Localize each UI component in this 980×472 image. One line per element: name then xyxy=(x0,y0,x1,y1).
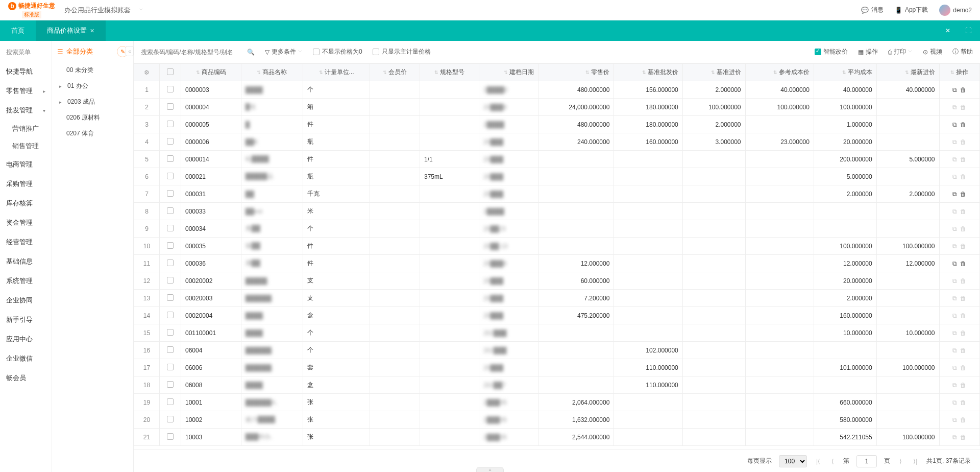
row-delete-icon[interactable]: 🗑 xyxy=(960,225,966,232)
row-copy-icon[interactable]: ⧉ xyxy=(952,156,957,163)
row-checkbox[interactable] xyxy=(167,294,174,301)
row-checkbox[interactable] xyxy=(167,416,174,422)
smart-price-button[interactable]: 智能改价 xyxy=(815,48,848,56)
tree-root-label[interactable]: 全部分类 xyxy=(66,47,93,56)
row-checkbox[interactable] xyxy=(167,103,174,110)
nav-member[interactable]: 畅会员 xyxy=(0,368,52,388)
table-row[interactable]: 2010002扬力████.张2███051,632.000000580.000… xyxy=(134,411,980,429)
sort-icon[interactable]: ⇅ xyxy=(504,70,508,75)
row-checkbox[interactable] xyxy=(167,433,174,440)
table-row[interactable]: 10000035玻██件20██-13100.000000100.000000⧉… xyxy=(134,238,980,255)
row-checkbox[interactable] xyxy=(167,277,174,284)
row-delete-icon[interactable]: 🗑 xyxy=(960,104,966,111)
tree-node[interactable]: 01 办公 xyxy=(52,78,133,94)
table-row[interactable]: 8000033██est米2████⧉🗑 xyxy=(134,203,980,220)
row-copy-icon[interactable]: ⧉ xyxy=(952,121,957,128)
row-checkbox[interactable] xyxy=(167,138,174,145)
row-copy-icon[interactable]: ⧉ xyxy=(952,382,957,389)
table-row[interactable]: 10000003████个2████0480.000000156.0000002… xyxy=(134,81,980,99)
table-row[interactable]: 15001100001████个202███10.00000010.000000… xyxy=(134,324,980,342)
table-row[interactable]: 20000004█纸箱20███824,000.000000180.000000… xyxy=(134,99,980,116)
nav-search[interactable]: 搜索菜单 xyxy=(0,43,52,62)
row-copy-icon[interactable]: ⧉ xyxy=(952,208,957,215)
row-delete-icon[interactable]: 🗑 xyxy=(960,138,966,146)
prev-page-button[interactable]: ⟨ xyxy=(829,458,836,465)
sort-icon[interactable]: ⇅ xyxy=(585,70,590,75)
nav-guide[interactable]: 新手引导 xyxy=(0,310,52,329)
select-all-checkbox[interactable] xyxy=(167,68,174,75)
nav-wholesale-marketing[interactable]: 营销推广 xyxy=(0,120,52,137)
table-scroll[interactable]: ⚙⇅商品编码⇅商品名称⇅计量单位...⇅会员价⇅规格型号⇅建档日期⇅零售价⇅基准… xyxy=(134,63,980,450)
table-row[interactable]: 1606004██████.个202███102.000000⧉🗑 xyxy=(134,342,980,359)
row-delete-icon[interactable]: 🗑 xyxy=(960,277,966,285)
table-row[interactable]: 9000034奥██个20██23⧉🗑 xyxy=(134,220,980,238)
user-menu[interactable]: demo2 xyxy=(939,5,972,16)
row-checkbox[interactable] xyxy=(167,329,174,336)
row-delete-icon[interactable]: 🗑 xyxy=(960,382,966,389)
row-delete-icon[interactable]: 🗑 xyxy=(960,364,966,371)
tenant-selector[interactable]: 办公用品行业模拟账套﹀ xyxy=(64,6,143,15)
table-row[interactable]: 1706006██████.套20███110.000000101.000000… xyxy=(134,359,980,376)
row-copy-icon[interactable]: ⧉ xyxy=(952,260,957,267)
column-header[interactable]: ⇅平均成本 xyxy=(814,64,876,81)
table-row[interactable]: 7000031██千克20███2.0000002.000000⧉🗑 xyxy=(134,185,980,203)
row-delete-icon[interactable]: 🗑 xyxy=(960,329,966,337)
row-delete-icon[interactable]: 🗑 xyxy=(960,347,966,354)
row-copy-icon[interactable]: ⧉ xyxy=(952,364,957,371)
column-header[interactable]: ⇅建档日期 xyxy=(479,64,538,81)
table-row[interactable]: 40000006██K瓶20███240.000000160.0000003.0… xyxy=(134,133,980,151)
tree-node[interactable]: 0203 成品 xyxy=(52,94,133,110)
sort-icon[interactable]: ⇅ xyxy=(711,70,715,75)
row-checkbox[interactable] xyxy=(167,86,174,92)
sort-icon[interactable]: ⇅ xyxy=(434,70,438,75)
row-copy-icon[interactable]: ⧉ xyxy=(952,138,957,146)
search-icon[interactable]: 🔍 xyxy=(247,49,255,56)
row-copy-icon[interactable]: ⧉ xyxy=(952,399,957,406)
sort-icon[interactable]: ⇅ xyxy=(257,70,261,75)
row-delete-icon[interactable]: 🗑 xyxy=(960,399,966,406)
row-copy-icon[interactable]: ⧉ xyxy=(952,329,957,337)
messages-button[interactable]: 💬消息 xyxy=(861,6,884,14)
search-input[interactable] xyxy=(141,49,243,56)
row-checkbox[interactable] xyxy=(167,173,174,179)
first-page-button[interactable]: |⟨ xyxy=(814,458,822,465)
row-delete-icon[interactable]: 🗑 xyxy=(960,191,966,198)
row-delete-icon[interactable]: 🗑 xyxy=(960,312,966,319)
row-delete-icon[interactable]: 🗑 xyxy=(960,86,966,93)
close-tab-icon[interactable]: ✕ xyxy=(90,28,94,34)
nav-appcenter[interactable]: 应用中心 xyxy=(0,329,52,349)
sort-icon[interactable]: ⇅ xyxy=(319,70,323,75)
column-header[interactable]: ⇅最新进价 xyxy=(876,64,939,81)
table-ops-button[interactable]: ▦操作 xyxy=(858,48,878,56)
sort-icon[interactable]: ⇅ xyxy=(773,70,777,75)
nav-retail[interactable]: 零售管理 xyxy=(0,81,52,101)
row-copy-icon[interactable]: ⧉ xyxy=(952,347,957,354)
row-checkbox[interactable] xyxy=(167,364,174,370)
nav-system[interactable]: 系统管理 xyxy=(0,271,52,291)
bottom-drawer-handle[interactable]: ▲ xyxy=(476,467,504,472)
row-delete-icon[interactable]: 🗑 xyxy=(960,416,966,423)
row-delete-icon[interactable]: 🗑 xyxy=(960,434,966,441)
sort-icon[interactable]: ⇅ xyxy=(842,70,846,75)
row-delete-icon[interactable]: 🗑 xyxy=(960,260,966,267)
row-delete-icon[interactable]: 🗑 xyxy=(960,295,966,302)
column-header[interactable]: ⇅计量单位... xyxy=(303,64,370,81)
nav-wechat[interactable]: 企业微信 xyxy=(0,349,52,368)
fullscreen-button[interactable]: ⛶ xyxy=(962,24,975,37)
table-row[interactable]: 2110003███特办.张2███052,544.000000542.2110… xyxy=(134,429,980,446)
row-checkbox[interactable] xyxy=(167,259,174,266)
main-unit-checkbox[interactable]: 只显示主计量价格 xyxy=(373,48,431,56)
row-copy-icon[interactable]: ⧉ xyxy=(952,225,957,232)
sort-icon[interactable]: ⇅ xyxy=(196,70,200,75)
more-filters-button[interactable]: ▽更多条件﹀ xyxy=(265,48,303,56)
table-row[interactable]: 50000014杜████件1/120███200.0000005.000000… xyxy=(134,151,980,168)
nav-collab[interactable]: 企业协同 xyxy=(0,291,52,310)
settings-icon[interactable]: ⚙ xyxy=(144,69,150,76)
row-copy-icon[interactable]: ⧉ xyxy=(952,312,957,319)
tab-product-price[interactable]: 商品价格设置✕ xyxy=(36,20,106,41)
sort-icon[interactable]: ⇅ xyxy=(950,70,954,75)
app-download-button[interactable]: 📱App下载 xyxy=(895,6,928,14)
page-input[interactable] xyxy=(856,455,877,467)
row-delete-icon[interactable]: 🗑 xyxy=(960,121,966,128)
row-checkbox[interactable] xyxy=(167,225,174,231)
